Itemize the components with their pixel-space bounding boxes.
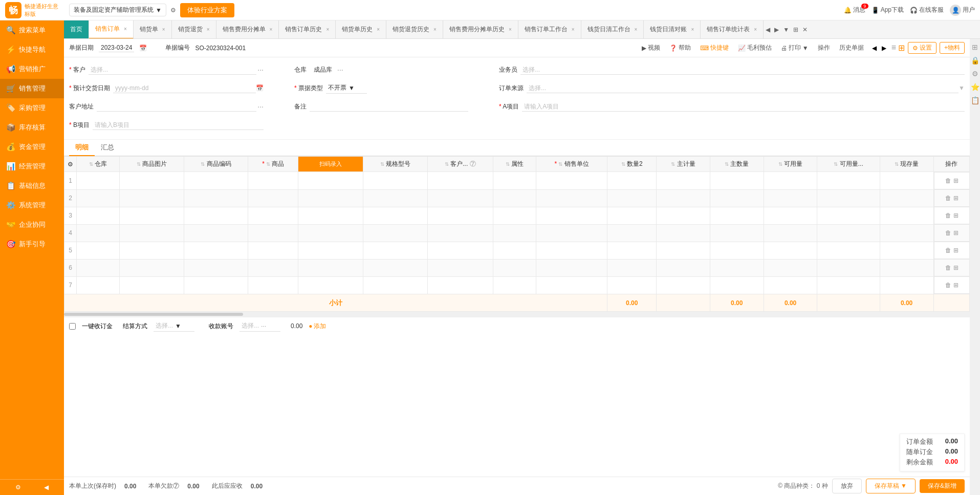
sidebar-item-guide[interactable]: 🎯 新手引导: [0, 234, 64, 254]
address-dots-button[interactable]: ···: [257, 102, 264, 111]
tab-close-sales-expense[interactable]: ×: [270, 27, 273, 32]
tab-home[interactable]: 首页: [64, 20, 89, 39]
grid-view-icon[interactable]: ⊞: [898, 43, 905, 53]
print-button[interactable]: 🖨 打印 ▼: [778, 42, 812, 53]
tab-expense-history[interactable]: 销售费用分摊单历史 ×: [443, 20, 518, 39]
row-delete-icon[interactable]: 🗑: [945, 177, 951, 184]
sidebar-item-search[interactable]: 🔍 搜索菜单: [0, 20, 64, 40]
row-copy-icon[interactable]: ⊞: [953, 264, 959, 271]
grid-scrollbar-thumb[interactable]: [64, 313, 243, 316]
sidebar-gear-icon[interactable]: ⚙: [15, 484, 21, 491]
invoice-select[interactable]: 不开票 ▼: [326, 82, 367, 94]
discard-button[interactable]: 放弃: [832, 479, 862, 493]
tab-sales-return[interactable]: 销货退货 ×: [172, 20, 216, 39]
tab-sales-expense[interactable]: 销售费用分摊单 ×: [216, 20, 279, 39]
right-panel-icon-5[interactable]: 📋: [971, 96, 979, 104]
right-panel-icon-3[interactable]: ⚙: [972, 70, 978, 78]
customer-input[interactable]: [89, 65, 256, 75]
tab-close-sales-order-history[interactable]: ×: [326, 27, 329, 32]
one-click-checkbox[interactable]: [69, 323, 76, 330]
row-copy-icon[interactable]: ⊞: [953, 229, 959, 236]
sidebar-item-base-info[interactable]: 📋 基础信息: [0, 176, 64, 196]
online-service-button[interactable]: 🎧 在线客服: [910, 6, 944, 14]
tab-cash-workbench[interactable]: 钱货日清工作台 ×: [581, 20, 644, 39]
tab-close-invoice-history[interactable]: ×: [377, 27, 380, 32]
tabs-more[interactable]: ▼: [781, 26, 791, 33]
profit-button[interactable]: 📈 毛利预估: [735, 42, 775, 53]
sidebar-item-operations[interactable]: 📊 经营管理: [0, 157, 64, 176]
row-copy-icon[interactable]: ⊞: [953, 247, 959, 254]
page-next-icon[interactable]: ▶: [880, 45, 888, 52]
tab-close-cash-workbench[interactable]: ×: [635, 27, 638, 32]
tab-close-cash-reconcile[interactable]: ×: [691, 27, 694, 32]
col-gear[interactable]: ⚙: [64, 157, 77, 172]
address-input[interactable]: [97, 102, 256, 112]
sidebar-item-sales[interactable]: 🛒 销售管理: [0, 79, 64, 98]
warehouse-dots-button[interactable]: ···: [337, 66, 343, 74]
scan-button[interactable]: 扫码录入: [315, 159, 346, 169]
operation-button[interactable]: 操作: [815, 42, 833, 53]
shortcut-button[interactable]: ⌨ 快捷键: [697, 42, 732, 53]
delivery-date-input[interactable]: [113, 83, 256, 93]
sidebar-item-enterprise[interactable]: 🤝 企业协同: [0, 215, 64, 234]
row-delete-icon[interactable]: 🗑: [945, 282, 951, 289]
sidebar-collapse-icon[interactable]: ◀: [44, 484, 49, 491]
order-source-input[interactable]: [527, 83, 959, 93]
sidebar-item-finance[interactable]: 💰 资金管理: [0, 137, 64, 157]
row-delete-icon[interactable]: 🗑: [945, 212, 951, 219]
sidebar-item-marketing[interactable]: 📢 营销推广: [0, 59, 64, 79]
note-input[interactable]: [310, 102, 468, 112]
right-panel-icon-4[interactable]: ⭐: [971, 83, 979, 91]
row-delete-icon[interactable]: 🗑: [945, 247, 951, 254]
gear-icon[interactable]: ⚙: [170, 7, 176, 14]
tab-sales-order[interactable]: 销售订单 ×: [89, 20, 134, 39]
page-prev-icon[interactable]: ◀: [870, 45, 879, 52]
customer-dots-button[interactable]: ···: [257, 66, 264, 74]
tab-sales-stats[interactable]: 销售订单统计表 ×: [701, 20, 764, 39]
help-button[interactable]: ❓ 帮助: [666, 42, 694, 53]
account-select[interactable]: 选择... ···: [239, 320, 280, 332]
tab-close-sales-order[interactable]: ×: [124, 26, 127, 32]
view-video-button[interactable]: ▶ 视频: [639, 42, 663, 53]
tab-close-expense-history[interactable]: ×: [509, 27, 512, 32]
salesperson-input[interactable]: [520, 65, 965, 75]
save-draft-button[interactable]: 保存草稿 ▼: [866, 479, 916, 493]
app-download-button[interactable]: 📱 App下载: [872, 6, 904, 14]
sidebar-item-purchase[interactable]: 🏷️ 采购管理: [0, 98, 64, 118]
list-view-icon[interactable]: ≡: [891, 43, 896, 53]
tab-invoice-history[interactable]: 销货单历史 ×: [336, 20, 386, 39]
b-project-input[interactable]: [93, 120, 264, 130]
a-project-input[interactable]: [522, 102, 965, 112]
tab-close-sales-return[interactable]: ×: [207, 27, 210, 32]
tabs-next[interactable]: ▶: [772, 26, 781, 33]
right-panel-icon-1[interactable]: ⊞: [972, 43, 978, 51]
user-menu[interactable]: 👤 用户: [950, 5, 975, 16]
row-copy-icon[interactable]: ⊞: [953, 282, 959, 289]
tab-close-sales-stats[interactable]: ×: [754, 27, 757, 32]
tab-order-workbench[interactable]: 销售订单工作台 ×: [518, 20, 581, 39]
tab-close-sales-invoice[interactable]: ×: [162, 27, 165, 32]
add-material-button[interactable]: +物料: [940, 42, 965, 54]
date-value[interactable]: 2023-03-24: [99, 44, 134, 52]
add-payment-button[interactable]: ● 添加: [309, 322, 325, 331]
sidebar-item-quick-nav[interactable]: ⚡ 快捷导航: [0, 40, 64, 59]
tab-sales-invoice[interactable]: 销货单 ×: [134, 20, 172, 39]
right-panel-icon-2[interactable]: 🔒: [971, 56, 979, 64]
row-copy-icon[interactable]: ⊞: [953, 212, 959, 219]
sidebar-item-system[interactable]: ⚙️ 系统管理: [0, 196, 64, 215]
tab-sales-order-history[interactable]: 销售订单历史 ×: [279, 20, 336, 39]
account-dots-button[interactable]: ···: [261, 322, 266, 330]
row-copy-icon[interactable]: ⊞: [953, 195, 959, 202]
row-delete-icon[interactable]: 🗑: [945, 229, 951, 236]
tabs-prev[interactable]: ◀: [764, 26, 772, 33]
tab-close-order-workbench[interactable]: ×: [572, 27, 575, 32]
notice-button[interactable]: 🔔 9 消息: [844, 6, 865, 14]
tab-cash-reconcile[interactable]: 钱货日清对账 ×: [644, 20, 701, 39]
settings-button[interactable]: ⚙ 设置: [908, 42, 937, 54]
grid-scrollbar[interactable]: [64, 312, 970, 317]
row-delete-icon[interactable]: 🗑: [945, 195, 951, 202]
save-new-button[interactable]: 保存&新增: [920, 479, 965, 493]
tab-return-history[interactable]: 销货退货历史 ×: [386, 20, 443, 39]
row-delete-icon[interactable]: 🗑: [945, 264, 951, 271]
delivery-calendar-icon[interactable]: 📅: [256, 84, 264, 92]
